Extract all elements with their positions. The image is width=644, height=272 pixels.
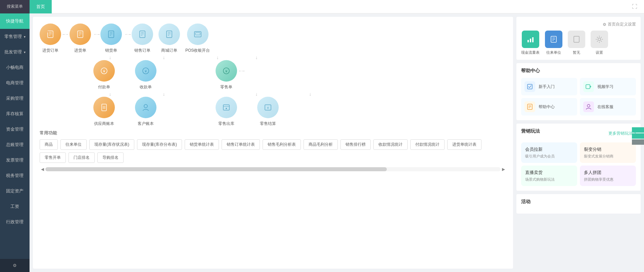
nav-icon-none[interactable]: 暂无 — [568, 31, 585, 55]
node-retail-order[interactable]: ¥ 零售单 — [216, 60, 237, 90]
node-pos-cashier[interactable]: POS收银开台 — [185, 24, 210, 53]
retail-settlement-label: 零售结算 — [260, 121, 276, 127]
func-btn-stock-dist[interactable]: 现存量(库存分布表) — [137, 139, 182, 150]
svg-rect-38 — [527, 40, 529, 42]
marketing-header: 营销玩法 更多营销玩法 > — [521, 128, 636, 138]
supplier-account-label: 供应商账本 — [94, 121, 114, 127]
sidebar-item-fixed-assets[interactable]: 固定资产 — [0, 183, 30, 199]
marketing-item-group[interactable]: 多人拼团 拼团购物享受优惠 — [580, 166, 636, 186]
sidebar-item-ledger[interactable]: 总账管理 — [0, 137, 30, 152]
sidebar-item-ecommerce[interactable]: 电商管理 — [0, 75, 30, 91]
float-btn-community[interactable]: 服务社区 — [632, 133, 644, 139]
func-btn-sales-stats[interactable]: 销货单统计表 — [185, 139, 219, 150]
svg-marker-49 — [590, 86, 591, 88]
sidebar-item-wholesale[interactable]: 批发管理 ▾ — [0, 44, 30, 60]
receipt-icon: ¥ — [135, 60, 156, 82]
help-center-title: 帮助中心 — [521, 68, 636, 74]
node-receipt[interactable]: ¥ 收款单 — [135, 60, 156, 90]
purchase-slip-icon — [70, 24, 91, 45]
node-payment[interactable]: ¥ 付款单 — [93, 60, 115, 90]
sidebar-item-payroll[interactable]: 工资 — [0, 199, 30, 214]
sidebar-item-admin[interactable]: 行政管理 — [0, 214, 30, 230]
partner-label: 往来单位 — [546, 50, 561, 55]
search-menu[interactable]: 搜索菜单 — [0, 0, 30, 13]
nav-icons-list: 现金流量表 往来单位 暂无 — [521, 31, 636, 55]
service-icon — [583, 101, 594, 112]
down-arrow-salesorder: ↓ — [201, 55, 234, 60]
live-title: 直播卖货 — [525, 170, 573, 176]
sales-slip-icon — [100, 24, 122, 45]
svg-rect-4 — [78, 31, 83, 38]
sidebar-item-quick-nav[interactable]: 快捷导航 — [0, 13, 30, 29]
retail-outbound-icon — [216, 97, 237, 118]
func-btn-goods[interactable]: 商品 — [40, 139, 58, 150]
func-btn-retail-order[interactable]: 零售开单 — [40, 152, 66, 163]
supplier-account-icon — [93, 97, 115, 118]
nav-icon-cashflow[interactable]: 现金流量表 — [521, 31, 540, 55]
sidebar-item-invoice[interactable]: 发票管理 — [0, 152, 30, 168]
svg-rect-8 — [108, 31, 114, 38]
purchase-order-icon — [40, 24, 61, 45]
sidebar-item-label: 工资 — [10, 203, 19, 210]
func-btn-order-stats[interactable]: 销售订单统计表 — [222, 139, 260, 150]
purchase-slip-label: 进货单 — [74, 48, 86, 53]
sidebar-settings[interactable]: ⚙ — [0, 259, 30, 272]
video-label: 视频学习 — [597, 84, 613, 90]
func-btn-goods-profit[interactable]: 商品毛利分析 — [304, 139, 338, 150]
svg-text:¥: ¥ — [103, 69, 105, 73]
help-item-video[interactable]: 视频学习 — [580, 78, 636, 95]
tab-home[interactable]: 首页 — [30, 0, 52, 13]
node-supplier-account[interactable]: 供应商账本 — [93, 97, 115, 127]
func-btn-profit-analysis[interactable]: 销售毛利分析表 — [263, 139, 301, 150]
marketing-item-live[interactable]: 直播卖货 场景式购物新玩法 — [521, 166, 577, 186]
service-label: 在线客服 — [597, 104, 613, 110]
purchase-order-label: 进货订单 — [42, 48, 58, 53]
func-btn-guide-rank[interactable]: 导购排名 — [97, 152, 124, 163]
retail-settlement-icon: ¥ — [257, 97, 279, 118]
retail-order-icon: ¥ — [216, 60, 237, 82]
help-item-service[interactable]: 在线客服 — [580, 98, 636, 116]
sidebar-item-retail[interactable]: 零售管理 ▾ — [0, 29, 30, 44]
live-desc: 场景式购物新玩法 — [525, 177, 573, 182]
node-sales-order[interactable]: 销售订单 — [132, 24, 153, 53]
activity-title: 活动 — [521, 199, 636, 205]
node-purchase-order[interactable]: 进货订单 — [40, 24, 61, 53]
marketing-item-fission[interactable]: 裂变分销 裂变式发展分销商 — [580, 142, 636, 163]
float-btn-desktop[interactable]: 桌面快捷 — [632, 139, 644, 145]
fullscreen-icon[interactable]: ⛶ — [632, 4, 637, 10]
float-btn-hotline[interactable]: 客服热线 — [632, 127, 644, 133]
func-btn-purchase-stats[interactable]: 进货单统计表 — [447, 139, 481, 150]
sidebar-item-purchase[interactable]: 采购管理 — [0, 91, 30, 106]
help-item-helpcenter[interactable]: 帮助中心 — [521, 98, 577, 116]
down-arrow-mall: ↓ — [240, 55, 273, 60]
node-sales-slip[interactable]: 销货单 — [100, 24, 122, 53]
svg-point-32 — [144, 104, 147, 108]
sidebar-item-inventory[interactable]: 库存核算 — [0, 106, 30, 122]
fission-title: 裂变分销 — [584, 146, 632, 152]
down-receipt: ↓ — [147, 91, 181, 97]
scroll-right-arrow[interactable]: ▶ — [501, 167, 506, 172]
func-btn-partner[interactable]: 往来单位 — [60, 139, 87, 150]
sidebar-item-ecommerce-small[interactable]: 小畅电商 — [0, 60, 30, 75]
sidebar-item-finance[interactable]: 资金管理 — [0, 122, 30, 137]
marketing-item-member[interactable]: 会员拉新 吸引用户成为会员 — [521, 142, 577, 163]
nav-icon-settings[interactable]: 设置 — [591, 31, 608, 55]
func-btn-payment-stats[interactable]: 付款情况统计 — [410, 139, 445, 150]
sidebar-item-tax[interactable]: 税务管理 — [0, 168, 30, 183]
node-customer-account[interactable]: 客户账本 — [135, 97, 156, 127]
nav-icon-partner[interactable]: 往来单位 — [545, 31, 562, 55]
node-mall-order[interactable]: 商城订单 — [158, 24, 180, 53]
func-btn-receipt-stats[interactable]: 收款情况统计 — [373, 139, 408, 150]
help-item-beginner[interactable]: 新手入门 — [521, 78, 577, 95]
node-retail-settlement[interactable]: ¥ 零售结算 — [257, 97, 279, 127]
svg-rect-47 — [527, 84, 532, 89]
node-retail-outbound[interactable]: 零售出库 — [216, 97, 237, 127]
node-purchase-slip[interactable]: 进货单 — [70, 24, 91, 53]
common-functions: 常用功能 商品 往来单位 现存量(库存状况表) 现存量(库存分布表) 销货单统计… — [40, 130, 506, 163]
customize-link[interactable]: ⚙ 首页自定义设置 — [603, 21, 636, 27]
func-btn-stock-status[interactable]: 现存量(库存状况表) — [89, 139, 134, 150]
func-btn-store-rank[interactable]: 门店排名 — [68, 152, 95, 163]
scroll-left-arrow[interactable]: ◀ — [40, 167, 45, 172]
func-btn-sales-rank[interactable]: 销售排行榜 — [340, 139, 371, 150]
scroll-track[interactable] — [45, 167, 501, 171]
